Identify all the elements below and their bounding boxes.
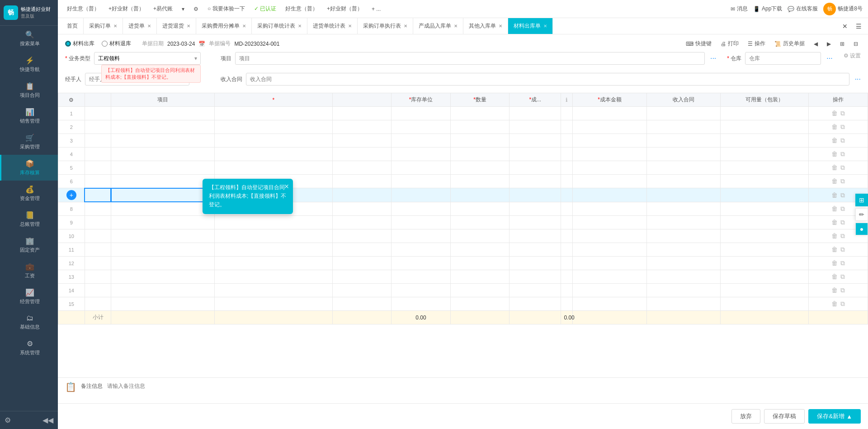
delete-row-icon[interactable]: 🗑 <box>830 205 839 212</box>
tab-purchase-receipt[interactable]: 进货单 ✕ <box>123 18 157 34</box>
tab-other-inbound[interactable]: 其他入库单 ✕ <box>463 18 508 34</box>
project-dots-btn[interactable]: ··· <box>710 54 716 62</box>
delete-row-icon[interactable]: 🗑 <box>830 259 839 267</box>
delete-row-icon[interactable]: 🗑 <box>830 110 839 117</box>
sidebar-item-search[interactable]: 🔍 搜索菜单 <box>0 26 58 52</box>
next-record-btn[interactable]: ▶ <box>824 40 834 48</box>
delete-row-icon[interactable]: 🗑 <box>830 177 839 185</box>
sidebar-item-inventory[interactable]: 📦 库存核算 <box>0 155 58 181</box>
copy-row-icon[interactable]: ⧉ <box>839 191 846 199</box>
warehouse-dots-btn[interactable]: ··· <box>826 54 832 62</box>
delete-row-icon[interactable]: 🗑 <box>830 286 839 294</box>
info-icon[interactable]: ℹ <box>566 97 568 103</box>
operations-btn[interactable]: ☰ 操作 <box>745 39 768 48</box>
nav-haoyecai[interactable]: +好业财（普） <box>105 3 148 14</box>
copy-row-icon[interactable]: ⧉ <box>839 177 846 185</box>
view-toggle-list[interactable]: ⊟ <box>851 40 861 48</box>
copy-row-icon[interactable]: ⧉ <box>839 150 846 157</box>
radio-material-return[interactable]: 材料退库 <box>102 40 131 48</box>
message-btn[interactable]: ✉ 消息 <box>731 5 748 13</box>
tab-close-icon[interactable]: ✕ <box>147 24 151 29</box>
copy-row-icon[interactable]: ⧉ <box>839 232 846 239</box>
user-profile[interactable]: 畅 畅捷通8号 <box>823 3 863 15</box>
copy-row-icon[interactable]: ⧉ <box>839 273 846 280</box>
delete-row-icon[interactable]: 🗑 <box>830 246 839 253</box>
save-new-button[interactable]: 保存&新增 ▲ <box>808 409 861 424</box>
tooltip-close-btn[interactable]: ✕ <box>284 181 289 191</box>
sidebar-item-quick-nav[interactable]: ⚡ 快捷导航 <box>0 52 58 77</box>
sidebar-item-basic[interactable]: 🗂 基础信息 <box>0 310 58 335</box>
tab-purchase-order-stats[interactable]: 采购订单统计表 ✕ <box>252 18 307 34</box>
copy-row-icon[interactable]: ⧉ <box>839 246 846 253</box>
settings-icon[interactable]: ⚙ <box>5 416 11 424</box>
discard-button[interactable]: 放弃 <box>731 409 760 424</box>
th-settings[interactable]: ⚙ <box>58 93 85 107</box>
tab-purchase-return[interactable]: 进货退货 ✕ <box>157 18 196 34</box>
radio-material-outbound[interactable]: 材料出库 <box>65 40 94 48</box>
copy-row-icon[interactable]: ⧉ <box>839 300 846 307</box>
sidebar-item-salary[interactable]: 💼 工资 <box>0 258 58 284</box>
copy-row-icon[interactable]: ⧉ <box>839 110 846 117</box>
tab-purchase-expense[interactable]: 采购费用分摊单 ✕ <box>196 18 252 34</box>
nav-haoyecai2[interactable]: +好业财（普） <box>323 3 366 14</box>
right-tool-status-btn[interactable]: ● <box>855 223 868 235</box>
nav-haoshengyi[interactable]: 好生意（普） <box>63 3 103 14</box>
sidebar-item-purchase[interactable]: 🛒 采购管理 <box>0 129 58 155</box>
nav-experience[interactable]: ○ 我要体验一下 <box>204 3 249 14</box>
tab-close-icon[interactable]: ✕ <box>113 24 117 29</box>
add-row-button[interactable]: + <box>66 190 76 200</box>
copy-row-icon[interactable]: ⧉ <box>839 123 846 130</box>
delete-row-icon[interactable]: 🗑 <box>830 191 839 199</box>
nav-haoshengyi2[interactable]: 好生意（普） <box>282 3 321 14</box>
delete-row-icon[interactable]: 🗑 <box>830 137 839 144</box>
business-type-select[interactable]: 工程领料 直接领料 <box>94 52 201 65</box>
tab-home[interactable]: 首页 <box>61 18 84 34</box>
copy-row-icon[interactable]: ⧉ <box>839 219 846 226</box>
delete-row-icon[interactable]: 🗑 <box>830 273 839 280</box>
delete-row-icon[interactable]: 🗑 <box>830 219 839 226</box>
tab-close-icon[interactable]: ✕ <box>242 24 246 29</box>
online-service-btn[interactable]: 💬 在线客服 <box>788 5 818 13</box>
save-draft-button[interactable]: 保存草稿 <box>764 409 805 424</box>
business-type-select-wrapper[interactable]: 工程领料 直接领料 <box>94 52 201 65</box>
shortcut-btn[interactable]: ⌨ 快捷键 <box>683 39 714 48</box>
tab-close-icon[interactable]: ✕ <box>404 24 407 29</box>
tab-close-icon[interactable]: ✕ <box>298 24 302 29</box>
print-btn[interactable]: 🖨 打印 <box>718 39 741 48</box>
tab-close-icon[interactable]: ✕ <box>454 24 458 29</box>
income-contract-dots-btn[interactable]: ··· <box>855 75 861 83</box>
nav-settings-icon[interactable]: ⚙ <box>190 4 202 14</box>
settings-btn[interactable]: ⚙ 设置 <box>844 52 861 60</box>
right-tool-grid-btn[interactable]: ⊞ <box>855 194 868 206</box>
history-btn[interactable]: 📜 历史单据 <box>772 39 807 48</box>
tab-close-icon[interactable]: ✕ <box>499 24 502 29</box>
copy-row-icon[interactable]: ⧉ <box>839 205 846 212</box>
sidebar-item-finance[interactable]: 💰 资金管理 <box>0 181 58 206</box>
sidebar-item-ops[interactable]: 📈 经营管理 <box>0 284 58 310</box>
copy-row-icon[interactable]: ⧉ <box>839 259 846 267</box>
copy-row-icon[interactable]: ⧉ <box>839 286 846 294</box>
sidebar-item-ledger[interactable]: 📒 总账管理 <box>0 206 58 232</box>
tab-purchase-order[interactable]: 采购订单 ✕ <box>84 18 123 34</box>
copy-row-icon[interactable]: ⧉ <box>839 164 846 171</box>
delete-row-icon[interactable]: 🗑 <box>830 150 839 157</box>
tab-purchase-receipt-stats[interactable]: 进货单统计表 ✕ <box>307 18 358 34</box>
warehouse-input[interactable] <box>745 52 821 65</box>
sidebar-item-project[interactable]: 📋 项目合同 <box>0 77 58 103</box>
tab-material-outbound[interactable]: 材料出库单 ✕ <box>508 18 553 34</box>
tab-close-icon[interactable]: ✕ <box>187 24 190 29</box>
tab-close-all-icon[interactable]: ✕ <box>840 22 850 31</box>
sidebar-item-sales[interactable]: 📊 销售管理 <box>0 103 58 129</box>
notes-input[interactable] <box>107 381 861 400</box>
prev-record-btn[interactable]: ◀ <box>811 40 821 48</box>
right-tool-edit-btn[interactable]: ✏ <box>855 208 868 221</box>
tab-purchase-order-exec[interactable]: 采购订单执行表 ✕ <box>358 18 413 34</box>
tab-finished-goods[interactable]: 产成品入库单 ✕ <box>413 18 463 34</box>
app-download-btn[interactable]: 📱 App下载 <box>753 5 782 13</box>
tab-close-icon[interactable]: ✕ <box>348 24 352 29</box>
delete-row-icon[interactable]: 🗑 <box>830 232 839 239</box>
calendar-icon[interactable]: 📅 <box>198 41 205 47</box>
collapse-icon[interactable]: ◀◀ <box>42 416 53 424</box>
income-contract-input[interactable] <box>246 73 849 86</box>
nav-more[interactable]: + ... <box>368 4 384 14</box>
